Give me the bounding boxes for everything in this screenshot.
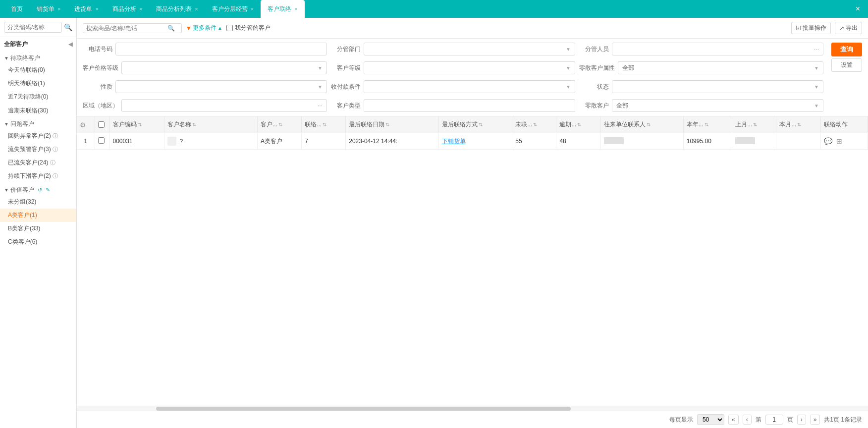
more-filter-btn[interactable]: ▼ 更多条件 ▲ (186, 24, 222, 32)
select-all-checkbox[interactable] (98, 121, 105, 128)
value-arrow: ▼ (4, 187, 9, 193)
sidebar-item-unclassified[interactable]: 未分组(32) (0, 195, 76, 209)
next-page-btn[interactable]: › (797, 415, 806, 425)
sidebar-item-b-class[interactable]: B类客户(33) (0, 222, 76, 235)
value-edit-icon[interactable]: ✎ (46, 187, 50, 193)
scrollbar-area (77, 406, 868, 411)
filter-customer-type-input[interactable] (364, 99, 575, 112)
td-name: ？ (164, 133, 258, 150)
filter-search-input[interactable] (86, 25, 165, 32)
sidebar-item-declining[interactable]: 持续下滑客户(2) ⓘ (0, 169, 76, 183)
nav-purchase[interactable]: 进货单 × (67, 0, 105, 18)
row-checkbox[interactable] (98, 137, 105, 144)
table-row: 1 000031 ？ A类客户 7 2023-04-12 14:44: 下销 (77, 133, 868, 150)
sidebar-item-overdue[interactable]: 逾期未联络(30) (0, 104, 76, 117)
batch-op-btn[interactable]: ☑ 批量操作 (791, 22, 831, 34)
query-btn[interactable]: 查询 (831, 43, 862, 56)
per-page-label: 每页显示 (669, 416, 693, 424)
nav-close-all[interactable]: × (852, 2, 864, 15)
th-name[interactable]: 客户名称 ⇅ (164, 116, 258, 133)
th-uncontacted[interactable]: 未联... ⇅ (512, 116, 556, 133)
th-this-year[interactable]: 本年... ⇅ (683, 116, 732, 133)
value-refresh-icon[interactable]: ↺ (38, 187, 42, 193)
filter-customer-level-select[interactable]: ▼ (364, 61, 575, 74)
prev-page-btn[interactable]: ‹ (743, 415, 752, 425)
sidebar-item-7days[interactable]: 近7天待联络(0) (0, 90, 76, 104)
sidebar-group-value[interactable]: ▼ 价值客户 ↺ ✎ (0, 183, 76, 195)
last-method-link[interactable]: 下销货单 (442, 138, 466, 145)
th-actions: 联络动作 (820, 116, 868, 133)
filter-search-wrap: 🔍 (83, 23, 182, 33)
filter-search-icon[interactable]: 🔍 (167, 25, 175, 32)
th-code[interactable]: 客户编码 ⇅ (109, 116, 164, 133)
filter-nature-select[interactable]: ▼ (115, 80, 327, 93)
nav-analysis[interactable]: 商品分析 × (106, 0, 149, 18)
sidebar-item-churned[interactable]: 已流失客户(24) ⓘ (0, 156, 76, 169)
sidebar-item-tomorrow[interactable]: 明天待联络(1) (0, 77, 76, 90)
top-nav: 首页 销货单 × 进货单 × 商品分析 × 商品分析列表 × 客户分层经营 × … (0, 0, 868, 18)
th-type[interactable]: 客户... ⇅ (258, 116, 302, 133)
nav-sales[interactable]: 销货单 × (30, 0, 67, 18)
th-this-month[interactable]: 本月... ⇅ (776, 116, 820, 133)
th-last-date[interactable]: 最后联络日期 ⇅ (346, 116, 439, 133)
page-input[interactable] (765, 415, 783, 425)
sidebar-item-today[interactable]: 今天待联络(0) (0, 63, 76, 77)
nav-analysis-list-close[interactable]: × (195, 6, 198, 12)
my-customers-wrap: 我分管的客户 (226, 24, 271, 32)
filter-price-level: 客户价格等级 ▼ (83, 61, 327, 74)
my-customers-checkbox[interactable] (226, 25, 233, 31)
sidebar-item-a-class[interactable]: A类客户(1) (0, 209, 76, 222)
th-last-method[interactable]: 最后联络方式 ⇅ (438, 116, 512, 133)
per-page-select[interactable]: 50 100 200 (697, 414, 724, 425)
sidebar-collapse-icon: ◀ (68, 41, 72, 48)
grid-action-icon[interactable]: ⊞ (836, 137, 842, 145)
nav-purchase-close[interactable]: × (95, 6, 98, 12)
settings-btn[interactable]: 设置 (831, 58, 862, 72)
filter-scattered-select[interactable]: 全部▼ (612, 99, 823, 112)
filter-row-4: 区域（地区） ··· 客户类型 零散客户 全部▼ (83, 99, 823, 112)
th-contact[interactable]: 联络... ⇅ (302, 116, 346, 133)
batch-icon: ☑ (796, 25, 801, 32)
filter-price-level-select[interactable]: ▼ (121, 61, 327, 74)
filter-dept-select[interactable]: ▼ (364, 43, 575, 55)
th-contact-person[interactable]: 往来单位联系人 ⇅ (600, 116, 683, 133)
filter-scattered-attr: 零散客户属性 全部▼ (579, 61, 823, 74)
td-index: 1 (77, 133, 95, 150)
nav-customer-ops-close[interactable]: × (251, 6, 254, 12)
filter-region-input[interactable]: ··· (121, 99, 327, 112)
filter-status-select[interactable]: ▼ (612, 80, 823, 93)
th-last-month[interactable]: 上月... ⇅ (732, 116, 776, 133)
nav-analysis-close[interactable]: × (139, 6, 142, 12)
sidebar-group-problem[interactable]: ▼ 问题客户 (0, 117, 76, 129)
pending-arrow: ▼ (4, 55, 9, 61)
sidebar-item-c-class[interactable]: C类客户(6) (0, 235, 76, 249)
filter-scattered-attr-select[interactable]: 全部▼ (618, 61, 823, 74)
sidebar-group-pending[interactable]: ▼ 待联络客户 (0, 52, 76, 63)
table-settings-icon[interactable]: ⚙ (80, 121, 86, 129)
nav-home[interactable]: 首页 (4, 0, 30, 18)
filter-person-input[interactable]: ··· (612, 43, 823, 55)
filter-phone-input[interactable] (115, 43, 327, 55)
last-page-btn[interactable]: » (810, 415, 820, 425)
sidebar-item-churn-warn[interactable]: 流失预警客户(3) ⓘ (0, 143, 76, 156)
sidebar: 🔍 全部客户 ◀ ▼ 待联络客户 今天待联络(0) 明天待联络(1) 近7天待联… (0, 18, 77, 428)
th-overdue[interactable]: 逾期... ⇅ (556, 116, 600, 133)
sidebar-all-customers[interactable]: 全部客户 ◀ (0, 37, 76, 52)
nav-customer-contact-close[interactable]: × (294, 6, 297, 12)
td-contact-person (600, 133, 683, 150)
nav-sales-close[interactable]: × (57, 6, 60, 12)
chat-action-icon[interactable]: 💬 (824, 137, 832, 145)
advanced-filters: 电话号码 分管部门 ▼ 分管人员 ··· (77, 39, 868, 116)
sidebar-search-icon[interactable]: 🔍 (64, 23, 72, 31)
nav-analysis-list[interactable]: 商品分析列表 × (149, 0, 205, 18)
nav-customer-ops[interactable]: 客户分层经营 × (205, 0, 261, 18)
scrollbar-thumb[interactable] (156, 407, 571, 411)
export-btn[interactable]: ↗ 导出 (835, 22, 862, 34)
first-page-btn[interactable]: « (728, 415, 739, 425)
sidebar-item-repurchase[interactable]: 回购异常客户(2) ⓘ (0, 129, 76, 143)
filter-payment-select[interactable]: ▼ (364, 80, 575, 93)
sidebar-search-input[interactable] (4, 22, 62, 33)
nav-customer-contact[interactable]: 客户联络 × (261, 0, 304, 18)
filter-scattered: 零散客户 全部▼ (579, 99, 823, 112)
filter-phone: 电话号码 (83, 43, 327, 55)
